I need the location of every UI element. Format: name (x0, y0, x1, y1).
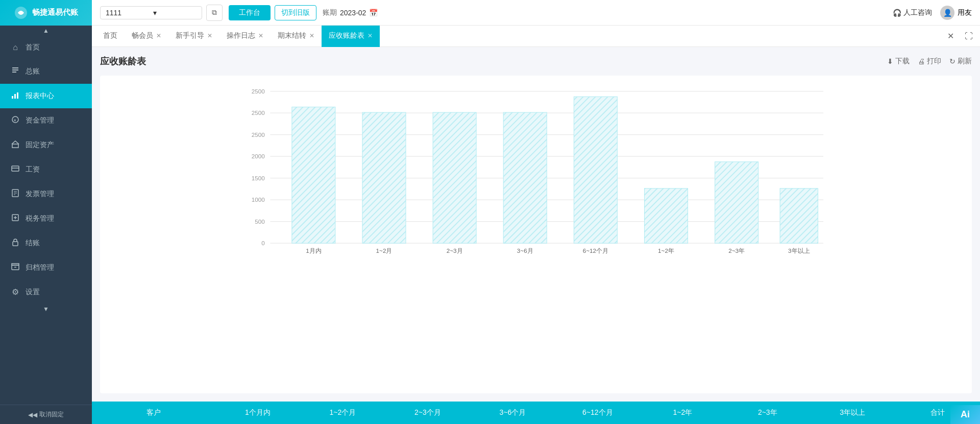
svg-rect-5 (14, 94, 16, 99)
sidebar-item-reports[interactable]: 报表中心 (0, 84, 92, 108)
tab-member[interactable]: 畅会员 ✕ (125, 26, 168, 47)
logo: 畅捷通易代账 (0, 0, 92, 26)
svg-rect-6 (17, 92, 18, 99)
home-icon: ⌂ (10, 43, 20, 52)
svg-rect-53 (715, 162, 758, 243)
tab-guide[interactable]: 新手引导 ✕ (168, 26, 219, 47)
tabs-right: ✕ ⛶ (943, 29, 976, 43)
company-selector[interactable]: 1111 ▾ (100, 6, 202, 19)
svg-text:2~3年: 2~3年 (728, 247, 745, 254)
close-all-tabs-button[interactable]: ✕ (943, 29, 958, 43)
col-6-12month: 6~12个月 (555, 408, 640, 417)
sidebar-item-tax[interactable]: 税务管理 (0, 206, 92, 231)
user-area[interactable]: 👤 用友 (940, 6, 972, 20)
fund-icon: ¥ (10, 115, 20, 126)
download-icon: ⬇ (887, 57, 893, 65)
page-actions: ⬇ 下载 🖨 打印 ↻ 刷新 (887, 57, 972, 66)
pin-icon: ◀◀ (28, 411, 37, 418)
svg-text:2500: 2500 (252, 88, 265, 95)
sidebar-item-invoice[interactable]: 发票管理 (0, 182, 92, 206)
svg-text:2000: 2000 (252, 153, 265, 159)
header-middle: 1111 ▾ ⧉ 工作台 切到旧版 账期 2023-02 📅 (100, 5, 893, 21)
download-button[interactable]: ⬇ 下载 (887, 57, 910, 66)
chart-wrapper: 2500 2500 2500 2000 1500 1000 500 0 (110, 86, 962, 260)
sidebar-item-home[interactable]: ⌂ 首页 (0, 36, 92, 59)
svg-text:6~12个月: 6~12个月 (583, 247, 608, 254)
header-right: 🎧 人工咨询 👤 用友 (893, 6, 972, 20)
refresh-button[interactable]: ↻ 刷新 (949, 57, 972, 66)
expand-tabs-button[interactable]: ⛶ (962, 29, 976, 43)
settings-icon: ⚙ (10, 287, 20, 297)
col-3plus-year: 3年以上 (810, 408, 895, 417)
headset-icon: 🎧 (893, 9, 901, 17)
assets-icon (10, 140, 20, 150)
svg-text:1~2月: 1~2月 (376, 247, 393, 254)
tab-aging[interactable]: 应收账龄表 ✕ (322, 26, 380, 47)
print-icon: 🖨 (918, 57, 925, 65)
archive-icon (10, 263, 20, 273)
svg-text:0: 0 (261, 240, 265, 246)
refresh-icon: ↻ (949, 57, 955, 65)
sidebar-item-close[interactable]: 结账 (0, 231, 92, 255)
close-account-icon (10, 238, 20, 248)
consult-button[interactable]: 🎧 人工咨询 (893, 8, 932, 17)
header: 畅捷通易代账 1111 ▾ ⧉ 工作台 切到旧版 账期 2023-02 📅 🎧 … (0, 0, 980, 26)
sidebar-item-fund[interactable]: ¥ 资金管理 (0, 108, 92, 133)
workbench-button[interactable]: 工作台 (229, 5, 271, 20)
bar-chart: 2500 2500 2500 2000 1500 1000 500 0 (110, 86, 962, 260)
svg-text:2500: 2500 (252, 109, 265, 116)
page-title: 应收账龄表 (100, 55, 146, 67)
sidebar-item-assets[interactable]: 固定资产 (0, 133, 92, 157)
ai-badge[interactable]: Ai (950, 405, 980, 424)
col-customer: 客户 (92, 408, 215, 417)
svg-rect-9 (12, 144, 18, 148)
tab-guide-close[interactable]: ✕ (207, 32, 212, 39)
svg-rect-45 (433, 112, 476, 243)
svg-text:2500: 2500 (252, 131, 265, 138)
table-header: 客户 1个月内 1~2个月 2~3个月 3~6个月 6~12个月 1~2年 2~… (92, 402, 980, 424)
tab-period-close[interactable]: 期末结转 ✕ (271, 26, 322, 47)
col-2-3year: 2~3年 (725, 408, 810, 417)
print-button[interactable]: 🖨 打印 (918, 57, 941, 66)
cancel-fixed-button[interactable]: ◀◀ 取消固定 (0, 405, 92, 424)
person-icon: 👤 (943, 9, 952, 17)
svg-rect-49 (574, 97, 617, 243)
svg-text:¥: ¥ (13, 118, 16, 123)
tab-period-close-close[interactable]: ✕ (309, 32, 314, 39)
page-header: 应收账龄表 ⬇ 下载 🖨 打印 ↻ 刷新 (100, 55, 972, 67)
main-layout: ▲ ⌂ 首页 总账 报表中心 ¥ 资金管理 固定资产 (0, 26, 980, 424)
sidebar-bottom: ◀◀ 取消固定 (0, 405, 92, 424)
sidebar-item-settings[interactable]: ⚙ 设置 (0, 280, 92, 304)
col-1-2year: 1~2年 (640, 408, 725, 417)
page-content: 应收账龄表 ⬇ 下载 🖨 打印 ↻ 刷新 (92, 47, 980, 402)
svg-text:1500: 1500 (252, 175, 265, 181)
sidebar-item-salary[interactable]: 工资 (0, 157, 92, 182)
sidebar-item-ledger[interactable]: 总账 (0, 59, 92, 84)
svg-rect-43 (362, 112, 406, 243)
salary-icon (10, 164, 20, 175)
tab-home[interactable]: 首页 (96, 26, 125, 47)
svg-rect-47 (503, 112, 547, 243)
invoice-icon (10, 189, 20, 199)
col-3-6month: 3~6个月 (470, 408, 555, 417)
tabs-bar: 首页 畅会员 ✕ 新手引导 ✕ 操作日志 ✕ 期末结转 ✕ 应收账龄表 ✕ (92, 26, 980, 47)
sidebar: ▲ ⌂ 首页 总账 报表中心 ¥ 资金管理 固定资产 (0, 26, 92, 424)
svg-rect-55 (780, 189, 818, 243)
svg-text:3~6月: 3~6月 (517, 247, 533, 254)
col-2-3month: 2~3个月 (385, 408, 470, 417)
svg-rect-41 (292, 107, 335, 243)
tab-oplog[interactable]: 操作日志 ✕ (219, 26, 271, 47)
tab-member-close[interactable]: ✕ (156, 32, 161, 39)
calendar-icon[interactable]: 📅 (369, 9, 378, 17)
sidebar-scroll-up[interactable]: ▲ (0, 26, 92, 36)
sidebar-scroll-down[interactable]: ▼ (0, 304, 92, 314)
switch-old-button[interactable]: 切到旧版 (275, 5, 316, 20)
copy-button[interactable]: ⧉ (206, 5, 223, 21)
svg-text:2~3月: 2~3月 (447, 247, 463, 254)
tab-aging-close[interactable]: ✕ (368, 32, 373, 39)
svg-text:500: 500 (255, 218, 265, 225)
svg-text:1月内: 1月内 (306, 247, 322, 254)
sidebar-item-archive[interactable]: 归档管理 (0, 255, 92, 280)
tab-oplog-close[interactable]: ✕ (258, 32, 263, 39)
dropdown-icon: ▾ (153, 9, 197, 17)
